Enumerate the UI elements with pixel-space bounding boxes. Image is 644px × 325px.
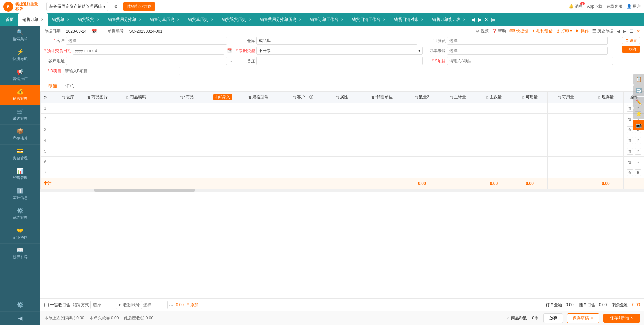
sidebar-item-settings[interactable]: ⚙️ [0,298,40,312]
tab-sales-stats[interactable]: 销售订单统计表 ✕ [428,13,470,26]
customer-addr-input[interactable] [66,57,227,65]
row-unit-1[interactable] [360,103,404,114]
view-action[interactable]: ⊙ 视频 [476,28,488,34]
tab-home[interactable]: 首页 [2,13,18,26]
salesperson-input[interactable] [447,37,608,45]
float-btn-5[interactable]: 📷 [633,120,644,130]
sidebar-item-purchase[interactable]: 🛒 采购管理 [0,105,40,125]
close-icon[interactable]: ✕ [139,18,142,22]
float-btn-3[interactable]: ✏️ [633,97,644,108]
close-form-icon[interactable]: ✕ [637,29,640,34]
row-main-qty-1[interactable] [476,103,512,114]
tab-order-workbench[interactable]: 销售订单工作台 ✕ [306,13,348,26]
th-settings[interactable]: ⚙ [41,92,50,103]
history-action[interactable]: ☰ 历史单据 [592,28,613,34]
tab-return-history[interactable]: 销货退货历史 ✕ [218,13,256,26]
close-icon[interactable]: ✕ [463,18,466,22]
row-customer-code-1[interactable] [282,103,324,114]
close-icon[interactable]: ✕ [421,18,424,22]
user-avatar[interactable]: 👤 用户 [627,4,641,9]
notice-area[interactable]: 🔔 9 消息 [569,4,583,9]
order-source-dots[interactable]: ··· [609,48,613,53]
tab-daily-workbench[interactable]: 钱货日清工作台 ✕ [348,13,390,26]
account-input[interactable] [141,301,168,309]
row-scan-1[interactable] [211,103,234,114]
row-qty2-1[interactable] [404,103,440,114]
horizontal-scrollbar[interactable] [40,189,644,192]
settings-icon[interactable]: ⚙ [111,2,120,11]
discard-btn[interactable]: 放弃 [543,313,563,323]
row-stock-1[interactable] [588,103,624,114]
account-dots[interactable]: ··· [169,302,173,308]
tab-sales-order[interactable]: 销售订单 ✕ [18,13,48,26]
sidebar-item-system[interactable]: ⚙️ 系统管理 [0,204,40,224]
online-service-link[interactable]: 在线客服 [606,4,622,9]
tab-sales-bill[interactable]: 销货单 ✕ [48,13,74,26]
float-btn-1[interactable]: 📋 [633,74,644,85]
scrollbar-thumb[interactable] [94,189,195,192]
tab-prev-btn[interactable]: ◀ [470,17,477,22]
tab-summary[interactable]: 汇总 [61,82,78,91]
sidebar-item-management[interactable]: 📊 经营管理 [0,164,40,184]
row-attr-1[interactable] [324,103,360,114]
float-btn-2[interactable]: 🔄 [633,85,644,96]
salesperson-dots[interactable]: ··· [609,38,613,43]
calendar-icon[interactable]: 📅 [92,29,97,34]
addr-dots[interactable]: ··· [228,58,232,64]
sidebar-item-marketing[interactable]: 📢 营销推广 [0,65,40,85]
one-click-checkout-label[interactable]: 一键收订金 [44,302,70,308]
row-avail-1[interactable] [512,103,548,114]
close-icon[interactable]: ✕ [177,18,180,22]
row-main-unit-1[interactable] [440,103,476,114]
close-icon[interactable]: ✕ [341,18,344,22]
row-delete-5[interactable]: 🗑 [627,148,633,155]
nav-prev-icon[interactable]: ◀ [617,29,620,34]
sidebar-item-search[interactable]: 🔍 搜索菜单 [0,26,40,45]
app-download-link[interactable]: App下载 [587,4,602,9]
close-icon[interactable]: ✕ [383,18,386,22]
sidebar-item-guide[interactable]: 📖 新手引导 [0,244,40,263]
sidebar-item-sales[interactable]: 💰 销售管理 [0,85,40,105]
scan-btn[interactable]: 扫码录入 [213,94,232,100]
row-product-1[interactable] [163,103,211,114]
shortcut-action[interactable]: ⌨ 快捷键 [509,28,528,34]
payment-chevron[interactable]: ▾ [119,302,121,307]
note-input[interactable] [256,57,422,65]
sidebar-item-inventory[interactable]: 📦 库存核算 [0,125,40,145]
add-item-btn[interactable]: ⊕ 添加 [186,302,198,308]
row-warehouse-1[interactable] [50,103,86,114]
close-icon[interactable]: ✕ [97,18,100,22]
customer-input[interactable] [66,37,227,45]
tab-expense-history[interactable]: 销售费用分摊单历史 ✕ [256,13,306,26]
help-action[interactable]: ❓ 帮助 [492,28,506,34]
settings-btn[interactable]: ⚙ 设置 [622,37,640,44]
row-delete-1[interactable]: 🗑 [627,105,633,112]
sidebar-item-collapse[interactable]: ◀ [0,312,40,325]
tab-sales-order-history[interactable]: 销售订单历史 ✕ [146,13,184,26]
print-action[interactable]: 🖨 打印 ▾ [556,28,572,34]
sidebar-item-collab[interactable]: 🤝 企业协同 [0,224,40,244]
row-avail2-1[interactable] [547,103,588,114]
tab-sales-return[interactable]: 销货退货 ✕ [74,13,104,26]
payment-method-input[interactable] [90,301,117,309]
close-icon[interactable]: ✕ [299,18,302,22]
row-delete-2[interactable]: 🗑 [627,116,633,122]
row-code-1[interactable] [109,103,163,114]
sidebar-item-nav[interactable]: ⚡ 快捷导航 [0,45,40,65]
delivery-date-input[interactable] [73,47,224,55]
operation-action[interactable]: ▶ 操作 [575,28,589,34]
row-delete-4[interactable]: 🗑 [627,137,633,144]
system-selector[interactable]: 装备及固定资产辅助管理系统 ▾ [46,2,108,11]
profit-action[interactable]: ✦ 毛利预估 [532,28,552,34]
close-icon[interactable]: ✕ [41,18,44,22]
table-scroll[interactable]: ⚙ ⇅仓库 ⇅商品图片 ⇅商品编码 ⇅*商品 扫码录入 ⇅规格型号 ⇅客户...… [40,92,644,189]
warehouse-input[interactable] [256,37,417,45]
b-project-input[interactable] [63,67,180,75]
a-project-input[interactable] [447,57,613,65]
sidebar-item-basic[interactable]: ℹ️ 基础信息 [0,184,40,204]
close-icon[interactable]: ✕ [67,18,70,22]
sidebar-item-finance[interactable]: 💳 资金管理 [0,145,40,164]
save-draft-btn[interactable]: 保存草稿 ∨ [567,313,599,323]
add-logistics-btn[interactable]: + 物流 [622,46,640,53]
close-icon[interactable]: ✕ [211,18,214,22]
